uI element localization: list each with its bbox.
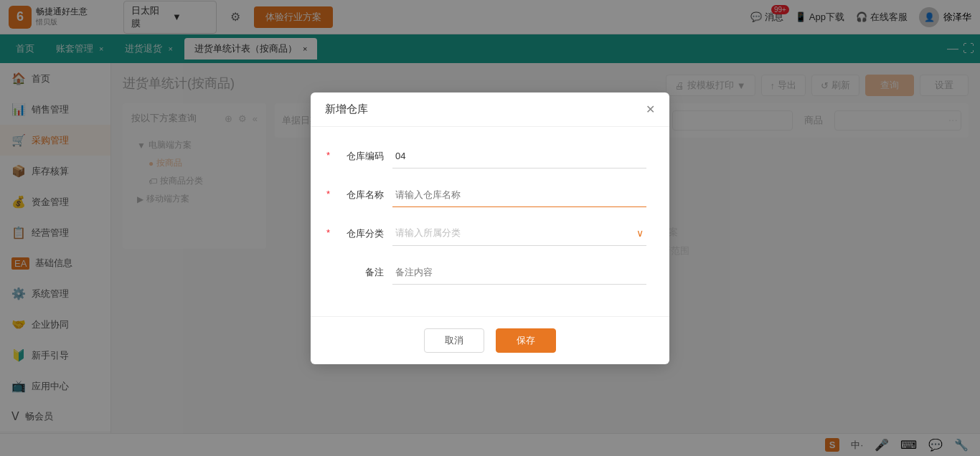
warehouse-remark-input[interactable]: [392, 260, 646, 285]
warehouse-code-input[interactable]: [392, 144, 646, 168]
dialog-footer: 取消 保存: [311, 316, 669, 364]
dialog-body: 仓库编码 仓库名称 仓库分类 请输入所属分类 ∨ 备注: [311, 127, 669, 316]
warehouse-category-row: 仓库分类 请输入所属分类 ∨: [334, 222, 646, 246]
warehouse-name-input[interactable]: [392, 183, 646, 207]
add-warehouse-dialog: 新增仓库 ✕ 仓库编码 仓库名称 仓库分类 请输入所属分类 ∨: [311, 92, 669, 364]
warehouse-code-row: 仓库编码: [334, 144, 646, 168]
warehouse-code-label: 仓库编码: [334, 150, 384, 163]
save-button[interactable]: 保存: [496, 328, 556, 353]
dialog-overlay: 新增仓库 ✕ 仓库编码 仓库名称 仓库分类 请输入所属分类 ∨: [0, 0, 980, 456]
warehouse-remark-row: 备注: [334, 260, 646, 285]
warehouse-name-row: 仓库名称: [334, 183, 646, 207]
dialog-title: 新增仓库: [325, 103, 368, 116]
dialog-header: 新增仓库 ✕: [311, 92, 669, 127]
warehouse-category-placeholder: 请输入所属分类: [395, 227, 461, 239]
cancel-button[interactable]: 取消: [424, 328, 484, 353]
dialog-close-icon[interactable]: ✕: [646, 103, 655, 116]
category-chevron-icon: ∨: [636, 227, 644, 239]
warehouse-remark-label: 备注: [334, 266, 384, 279]
warehouse-category-select[interactable]: 请输入所属分类 ∨: [392, 222, 646, 246]
warehouse-name-label: 仓库名称: [334, 189, 384, 201]
warehouse-category-label: 仓库分类: [334, 227, 384, 240]
